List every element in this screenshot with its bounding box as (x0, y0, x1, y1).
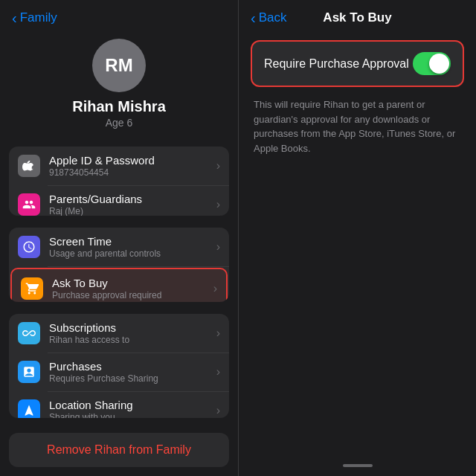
avatar: RM (92, 39, 146, 92)
apple-id-text: Apple ID & Password 918734054454 (49, 154, 213, 178)
settings-group-1: Apple ID & Password 918734054454 › Paren… (9, 147, 229, 216)
chevron-icon: › (216, 365, 220, 379)
left-nav-bar: ‹ Family (0, 0, 238, 31)
settings-group-2: Screen Time Usage and parental controls … (9, 228, 229, 302)
back-chevron-icon: ‹ (251, 10, 256, 25)
require-approval-toggle[interactable] (413, 52, 451, 75)
right-panel: ‹ Back Ask To Buy Require Purchase Appro… (238, 0, 476, 476)
parents-text: Parents/Guardians Raj (Me) (49, 193, 213, 216)
ask-to-buy-item[interactable]: Ask To Buy Purchase approval required › (10, 268, 228, 302)
screen-time-item[interactable]: Screen Time Usage and parental controls … (9, 228, 229, 266)
right-back-button[interactable]: ‹ Back (251, 10, 286, 25)
right-content: Require Purchase Approval This will requ… (239, 31, 476, 164)
screen-time-subtitle: Usage and parental controls (49, 248, 213, 259)
toggle-knob (429, 54, 449, 74)
toggle-label: Require Purchase Approval (264, 57, 409, 71)
purchases-title: Purchases (49, 360, 213, 373)
purchase-approval-description: This will require Rihan to get a parent … (251, 97, 464, 155)
ask-to-buy-text: Ask To Buy Purchase approval required (52, 277, 210, 300)
profile-section: RM Rihan Mishra Age 6 (0, 31, 238, 141)
back-chevron-icon: ‹ (12, 10, 17, 25)
location-sharing-text: Location Sharing Sharing with you (49, 399, 213, 418)
location-sharing-icon (18, 399, 40, 418)
apple-id-subtitle: 918734054454 (49, 167, 213, 178)
location-sharing-item[interactable]: Location Sharing Sharing with you › (9, 391, 229, 418)
purchases-subtitle: Requires Purchase Sharing (49, 373, 213, 384)
right-nav-bar: ‹ Back Ask To Buy (239, 0, 476, 31)
chevron-icon: › (213, 282, 217, 295)
subscriptions-title: Subscriptions (49, 321, 213, 334)
screen-time-icon (18, 236, 40, 258)
remove-from-family-button[interactable]: Remove Rihan from Family (9, 433, 229, 467)
settings-group-3: Subscriptions Rihan has access to › Purc… (9, 314, 229, 418)
purchases-icon (18, 361, 40, 383)
parents-icon (18, 193, 40, 216)
chevron-icon: › (216, 198, 220, 211)
right-back-label: Back (259, 10, 287, 25)
purchases-item[interactable]: Purchases Requires Purchase Sharing › (9, 353, 229, 391)
parents-title: Parents/Guardians (49, 193, 213, 205)
chevron-icon: › (216, 404, 220, 417)
subscriptions-icon (18, 322, 40, 344)
parents-item[interactable]: Parents/Guardians Raj (Me) › (9, 185, 229, 216)
apple-id-title: Apple ID & Password (49, 154, 213, 167)
chevron-icon: › (216, 159, 220, 173)
screen-time-title: Screen Time (49, 235, 213, 248)
purchases-text: Purchases Requires Purchase Sharing (49, 360, 213, 384)
left-panel: ‹ Family RM Rihan Mishra Age 6 Apple ID … (0, 0, 238, 476)
right-page-title: Ask To Buy (323, 10, 391, 25)
family-back-button[interactable]: ‹ Family (12, 10, 57, 25)
profile-age: Age 6 (106, 117, 133, 129)
chevron-icon: › (216, 327, 220, 340)
apple-id-item[interactable]: Apple ID & Password 918734054454 › (9, 147, 229, 185)
ask-to-buy-title: Ask To Buy (52, 277, 210, 289)
location-sharing-subtitle: Sharing with you (49, 412, 213, 418)
subscriptions-subtitle: Rihan has access to (49, 335, 213, 345)
location-sharing-title: Location Sharing (49, 399, 213, 411)
apple-id-icon (18, 155, 40, 177)
chevron-icon: › (216, 240, 220, 254)
profile-name: Rihan Mishra (72, 98, 166, 115)
subscriptions-text: Subscriptions Rihan has access to (49, 321, 213, 345)
ask-to-buy-icon (21, 277, 43, 300)
home-indicator (343, 464, 373, 467)
screen-time-text: Screen Time Usage and parental controls (49, 235, 213, 259)
ask-to-buy-subtitle: Purchase approval required (52, 290, 210, 300)
parents-subtitle: Raj (Me) (49, 206, 213, 216)
back-label: Family (20, 10, 57, 25)
require-purchase-approval-row[interactable]: Require Purchase Approval (251, 40, 464, 87)
subscriptions-item[interactable]: Subscriptions Rihan has access to › (9, 314, 229, 353)
